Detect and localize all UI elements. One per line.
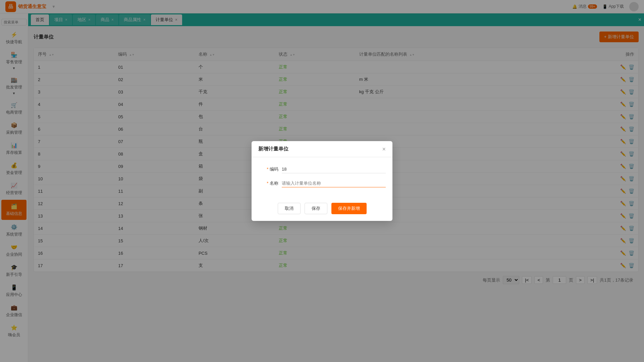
code-input[interactable] bbox=[282, 165, 386, 173]
dialog-overlay[interactable]: 新增计量单位 × * 编码 * 名称 取消 保存 保存并新增 bbox=[0, 0, 644, 362]
name-label: * 名称 bbox=[258, 180, 278, 186]
save-and-new-button[interactable]: 保存并新增 bbox=[331, 203, 367, 214]
dialog-close-btn[interactable]: × bbox=[382, 146, 386, 152]
code-label: * 编码 bbox=[258, 166, 278, 172]
cancel-button[interactable]: 取消 bbox=[278, 203, 301, 214]
save-button[interactable]: 保存 bbox=[305, 203, 327, 214]
name-required-star: * bbox=[267, 181, 268, 186]
dialog-header: 新增计量单位 × bbox=[252, 141, 392, 157]
form-row-code: * 编码 bbox=[258, 165, 386, 173]
form-row-name: * 名称 bbox=[258, 179, 386, 187]
add-unit-dialog: 新增计量单位 × * 编码 * 名称 取消 保存 保存并新增 bbox=[252, 141, 392, 221]
dialog-body: * 编码 * 名称 bbox=[252, 157, 392, 199]
code-required-star: * bbox=[267, 167, 268, 172]
dialog-footer: 取消 保存 保存并新增 bbox=[252, 199, 392, 221]
name-input[interactable] bbox=[282, 179, 386, 187]
dialog-title: 新增计量单位 bbox=[258, 146, 288, 152]
